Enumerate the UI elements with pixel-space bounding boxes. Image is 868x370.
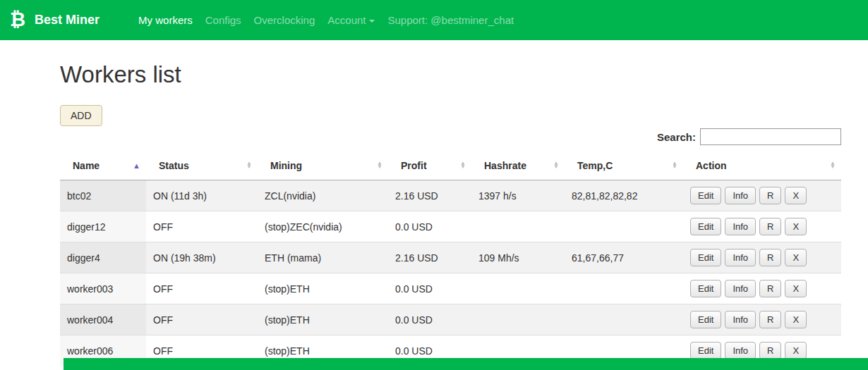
nav-item-configs[interactable]: Configs [199,8,248,32]
cell-status: OFF [146,273,258,304]
table-body: btc02ON (11d 3h)ZCL(nvidia)2.16 USD1397 … [60,180,841,366]
nav-item-overclocking[interactable]: Overclocking [248,8,322,32]
edit-button[interactable]: Edit [690,187,721,204]
cell-hashrate [471,273,565,304]
table-row: worker003OFF(stop)ETH0.0 USDEditInfoRX [60,273,841,304]
delete-button[interactable]: X [785,280,807,297]
sort-both-icon: ▲▼ [672,162,677,169]
column-label: Action [696,160,727,171]
cell-profit: 0.0 USD [388,211,471,242]
column-header-profit[interactable]: Profit▲▼ [388,152,471,180]
content-container: Workers list ADD Search: Name▲Status▲▼Mi… [60,61,841,366]
cell-status: OFF [146,211,258,242]
cell-hashrate: 1397 h/s [471,180,565,211]
cell-action: EditInfoRX [683,273,841,304]
cell-profit: 2.16 USD [388,242,471,273]
cell-temp: 61,67,66,77 [565,242,683,273]
page-title: Workers list [60,61,841,88]
column-label: Status [159,160,189,171]
cell-temp [565,273,683,304]
delete-button[interactable]: X [785,187,807,204]
edit-button[interactable]: Edit [690,280,721,297]
column-header-status[interactable]: Status▲▼ [146,152,258,180]
column-header-action[interactable]: Action▲▼ [683,152,841,180]
cell-profit: 0.0 USD [388,304,471,335]
restart-button[interactable]: R [759,311,781,328]
cell-status: ON (19h 38m) [146,242,258,273]
cell-mining: (stop)ZEC(nvidia) [258,211,388,242]
cell-action: EditInfoRX [683,304,841,335]
cell-hashrate: 109 Mh/s [471,242,565,273]
restart-button[interactable]: R [759,249,781,266]
info-button[interactable]: Info [725,280,756,297]
delete-button[interactable]: X [785,311,807,328]
sort-both-icon: ▲▼ [830,162,836,169]
search-bar: Search: [60,128,841,145]
cell-hashrate [471,211,565,242]
delete-button[interactable]: X [785,218,807,235]
restart-button[interactable]: R [759,187,781,204]
brand-name: Best Miner [35,13,100,27]
cell-temp [565,211,683,242]
column-label: Name [73,160,100,171]
cell-mining: (stop)ETH [258,304,388,335]
add-worker-button[interactable]: ADD [60,105,102,126]
delete-button[interactable]: X [785,342,807,359]
main-nav: My workersConfigsOverclockingAccountSupp… [132,8,520,32]
caret-down-icon [369,20,375,23]
cell-hashrate [471,304,565,335]
column-header-temp-c[interactable]: Temp,C▲▼ [565,152,683,180]
cell-action: EditInfoRX [683,211,841,242]
table-header-row: Name▲Status▲▼Mining▲▼Profit▲▼Hashrate▲▼T… [60,152,841,180]
cell-temp [565,304,683,335]
cell-temp: 82,81,82,82,82 [565,180,683,211]
column-label: Mining [270,160,302,171]
brand[interactable]: ₿ Best Miner [10,11,100,30]
delete-button[interactable]: X [785,249,807,266]
cell-mining: ZCL(nvidia) [258,180,388,211]
edit-button[interactable]: Edit [690,249,721,266]
column-header-mining[interactable]: Mining▲▼ [258,152,388,180]
cell-mining: (stop)ETH [258,273,388,304]
edit-button[interactable]: Edit [690,342,721,359]
column-label: Profit [401,160,427,171]
restart-button[interactable]: R [759,218,781,235]
cell-profit: 0.0 USD [388,273,471,304]
nav-item-support-bestminer-chat[interactable]: Support: @bestminer_chat [381,8,520,32]
cell-name: worker004 [60,304,146,335]
restart-button[interactable]: R [759,342,781,359]
info-button[interactable]: Info [725,218,756,235]
edit-button[interactable]: Edit [690,311,721,328]
cell-status: OFF [146,304,258,335]
cell-name: digger4 [60,242,146,273]
restart-button[interactable]: R [759,280,781,297]
info-button[interactable]: Info [725,187,756,204]
top-navbar: ₿ Best Miner My workersConfigsOverclocki… [0,0,868,40]
info-button[interactable]: Info [725,342,756,359]
table-row: worker004OFF(stop)ETH0.0 USDEditInfoRX [60,304,841,335]
cell-mining: ETH (mama) [258,242,388,273]
footer-bar [64,358,868,370]
cell-profit: 2.16 USD [388,180,471,211]
info-button[interactable]: Info [725,311,756,328]
column-label: Hashrate [484,160,526,171]
sort-both-icon: ▲▼ [377,162,382,169]
workers-table: Name▲Status▲▼Mining▲▼Profit▲▼Hashrate▲▼T… [60,152,841,366]
sort-both-icon: ▲▼ [460,162,466,169]
bitcoin-logo-icon: ₿ [10,11,25,30]
cell-status: ON (11d 3h) [146,180,258,211]
column-label: Temp,C [577,160,613,171]
nav-item-my-workers[interactable]: My workers [132,8,199,32]
table-row: digger4ON (19h 38m)ETH (mama)2.16 USD109… [60,242,841,273]
search-input[interactable] [700,128,841,145]
table-header: Name▲Status▲▼Mining▲▼Profit▲▼Hashrate▲▼T… [60,152,841,180]
table-row: btc02ON (11d 3h)ZCL(nvidia)2.16 USD1397 … [60,180,841,211]
edit-button[interactable]: Edit [690,218,721,235]
cell-name: digger12 [60,211,146,242]
nav-item-account[interactable]: Account [321,8,381,32]
column-header-name[interactable]: Name▲ [60,152,146,180]
info-button[interactable]: Info [725,249,756,266]
search-label: Search: [657,131,696,143]
column-header-hashrate[interactable]: Hashrate▲▼ [471,152,565,180]
sort-both-icon: ▲▼ [246,162,252,169]
